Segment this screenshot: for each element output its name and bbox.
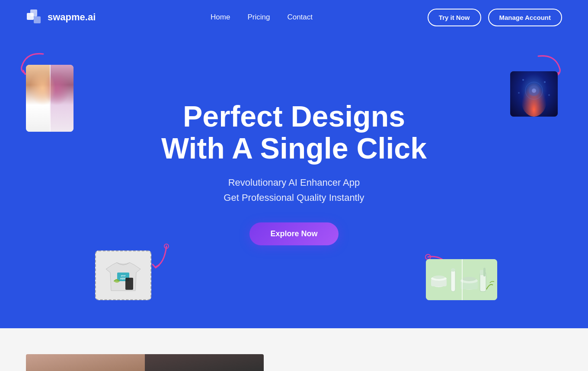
svg-rect-1 bbox=[30, 10, 37, 16]
nav-item-contact[interactable]: Contact bbox=[287, 13, 313, 22]
face-detail bbox=[26, 65, 74, 132]
manage-account-button[interactable]: Manage Account bbox=[488, 9, 562, 26]
svg-rect-20 bbox=[451, 270, 455, 292]
svg-point-6 bbox=[522, 79, 524, 81]
svg-point-7 bbox=[544, 81, 546, 83]
svg-point-9 bbox=[548, 94, 550, 96]
explore-now-button[interactable]: Explore Now bbox=[249, 222, 338, 245]
nav-item-pricing[interactable]: Pricing bbox=[247, 13, 270, 22]
scifi-overlay bbox=[510, 71, 558, 117]
face-image bbox=[26, 65, 74, 132]
below-hero-section bbox=[0, 328, 588, 371]
hero-title: Perfect Designs With A Single Click bbox=[161, 100, 427, 165]
logo-text: swapme.ai bbox=[48, 12, 96, 23]
svg-text:your: your bbox=[121, 274, 126, 277]
cosmetics-divider bbox=[462, 259, 463, 300]
nav-link-pricing[interactable]: Pricing bbox=[247, 13, 270, 21]
tshirt-svg: your HERE bbox=[102, 256, 145, 295]
logo[interactable]: swapme.ai bbox=[26, 9, 96, 26]
nav-buttons: Try it Now Manage Account bbox=[428, 9, 562, 26]
svg-rect-14 bbox=[125, 278, 133, 290]
svg-point-5 bbox=[532, 89, 536, 93]
nav-item-home[interactable]: Home bbox=[211, 13, 230, 22]
nav-link-contact[interactable]: Contact bbox=[287, 13, 313, 21]
below-split-image bbox=[26, 354, 264, 371]
logo-icon bbox=[26, 9, 43, 26]
tshirt-image: your HERE bbox=[95, 251, 151, 300]
navbar: swapme.ai Home Pricing Contact Try it No… bbox=[0, 0, 588, 35]
svg-point-21 bbox=[451, 268, 455, 272]
scifi-image bbox=[510, 71, 558, 117]
nav-link-home[interactable]: Home bbox=[211, 13, 230, 21]
nav-links: Home Pricing Contact bbox=[211, 13, 313, 22]
hero-subtitle: Revolutionary AI Enhancer App Get Profes… bbox=[224, 175, 364, 205]
split-image-right bbox=[145, 354, 264, 371]
hero-section: Perfect Designs With A Single Click Revo… bbox=[0, 0, 588, 328]
try-it-now-button[interactable]: Try it Now bbox=[428, 9, 481, 26]
split-image-left bbox=[26, 354, 145, 371]
svg-rect-28 bbox=[483, 268, 486, 276]
svg-point-8 bbox=[518, 92, 520, 94]
cosmetics-image bbox=[426, 259, 497, 300]
svg-point-19 bbox=[433, 276, 445, 279]
svg-rect-2 bbox=[34, 16, 41, 23]
svg-point-25 bbox=[462, 277, 476, 281]
